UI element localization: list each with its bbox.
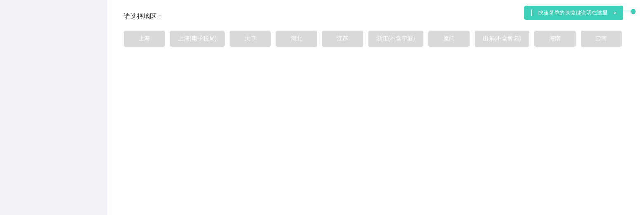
region-btn-hebei[interactable]: 河北 — [276, 31, 317, 47]
region-buttons: 上海 上海(电子税局) 天津 河北 江苏 浙江(不含宁波) 厦门 山东(不含青岛… — [124, 31, 628, 47]
tooltip-banner: 快速录单的快捷键说明在这里 × — [524, 6, 623, 20]
region-btn-jiangsu[interactable]: 江苏 — [322, 31, 363, 47]
region-btn-shanghai-etax[interactable]: 上海(电子税局) — [170, 31, 225, 47]
main-content: 请选择地区： 上海 上海(电子税局) 天津 河北 江苏 浙江(不含宁波) 厦门 … — [107, 0, 644, 215]
region-btn-shandong[interactable]: 山东(不含青岛) — [475, 31, 529, 47]
tooltip-line — [623, 12, 631, 12]
tooltip-text: 快速录单的快捷键说明在这里 — [538, 9, 608, 16]
region-btn-tianjin[interactable]: 天津 — [230, 31, 271, 47]
region-btn-shanghai[interactable]: 上海 — [124, 31, 165, 47]
region-btn-yunnan[interactable]: 云南 — [581, 31, 622, 47]
tooltip-close-button[interactable]: × — [613, 9, 617, 16]
left-sidebar — [0, 0, 107, 215]
region-btn-xiamen[interactable]: 厦门 — [428, 31, 470, 47]
tooltip-dot — [631, 9, 636, 14]
region-btn-zhejiang[interactable]: 浙江(不含宁波) — [368, 31, 423, 47]
region-btn-hainan[interactable]: 海南 — [534, 31, 576, 47]
